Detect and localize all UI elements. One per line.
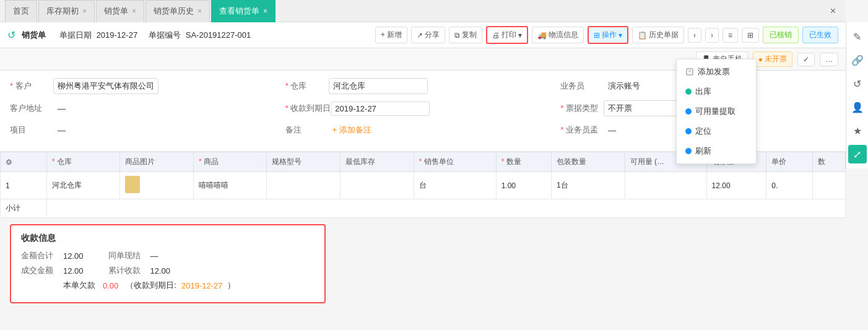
note-field: 备注 + 添加备注: [285, 123, 561, 137]
due-date-field: 收款到期日 2019-12-27: [285, 102, 561, 116]
tab-close-view[interactable]: ×: [263, 7, 267, 15]
sidebar-refresh-icon[interactable]: ↺: [848, 74, 867, 93]
history-icon: 📋: [638, 31, 647, 40]
total-amount-value: 12.00: [63, 251, 84, 261]
same-order-settle-field: 同单现结 —: [108, 250, 158, 261]
salesperson-label: 业务员: [560, 80, 604, 92]
cell-row-num: 1: [1, 172, 47, 199]
total-received-value: 12.00: [150, 266, 171, 276]
main-toolbar: ↺ 销货单 单据日期 2019-12-27 单据编号 SA-20191227-0…: [0, 22, 846, 48]
available-qty-item[interactable]: 可用量提取: [677, 102, 756, 121]
prev-button[interactable]: ‹: [688, 28, 701, 43]
sidebar-expand-icon[interactable]: ⤢: [848, 145, 867, 163]
operation-dropdown: 添加发票 出库 可用量提取 定位 刷新: [676, 59, 757, 164]
address-value: —: [53, 102, 152, 116]
same-order-settle-label: 同单现结: [108, 250, 145, 261]
customer-field: 客户 柳州粤港平安气体有限公司: [10, 78, 285, 94]
locate-dot: [685, 128, 692, 134]
due-date-value[interactable]: 2019-12-27: [331, 102, 430, 116]
doc-icon: ↺: [7, 29, 15, 41]
next-button[interactable]: ›: [705, 28, 719, 43]
deal-amount-field: 成交金额 12.00: [21, 265, 84, 276]
copy-button[interactable]: ⧉ 复制: [449, 27, 482, 43]
col-unit: 销售单位: [414, 152, 496, 172]
tab-view-sales[interactable]: 查看销货单 ×: [211, 0, 276, 22]
due-date-label: 收款到期日: [285, 103, 331, 114]
tab-bar: 首页 库存期初 × 销货单 × 销货单历史 × 查看销货单 × ×: [0, 0, 846, 22]
refresh-item[interactable]: 刷新: [677, 141, 756, 161]
new-button[interactable]: + 新增: [375, 27, 407, 43]
deal-amount-label: 成交金额: [21, 265, 58, 276]
tab-close-history[interactable]: ×: [197, 7, 202, 15]
list-view-button[interactable]: ≡: [723, 28, 738, 43]
history-button[interactable]: 📋 历史单据: [632, 27, 684, 43]
address-label: 客户地址: [10, 103, 53, 114]
table-row: 1 河北仓库 嘻嘻嘻嘻 台 1.00 1台 12.00 0.: [1, 172, 846, 199]
locate-item[interactable]: 定位: [677, 121, 756, 141]
confirm-button[interactable]: ✓: [797, 53, 815, 66]
sidebar-link-icon[interactable]: 🔗: [848, 51, 867, 69]
effective-badge: 已生效: [802, 27, 838, 43]
salesperson2-label: 业务员孟: [560, 124, 604, 136]
toolbar-actions: + 新增 ↗ 分享 ⧉ 复制 🖨 打印 ▾ 🚚 物流信息 ⊞ 操作 ▾: [375, 26, 838, 44]
grid-view-button[interactable]: ⊞: [742, 28, 759, 43]
cell-available: [625, 172, 706, 199]
payment-row-1: 金额合计 12.00 同单现结 —: [21, 250, 315, 261]
tab-close-inventory[interactable]: ×: [82, 7, 87, 15]
total-received-label: 累计收款: [108, 265, 145, 276]
payment-row-2: 成交金额 12.00 累计收款 12.00: [21, 265, 315, 276]
more-icon: …: [825, 55, 833, 64]
logistics-button[interactable]: 🚚 物流信息: [532, 27, 584, 43]
payment-row-3: 本单欠款 0.00 （收款到期日: 2019-12-27 ）: [21, 280, 315, 291]
outbound-item[interactable]: 出库: [677, 82, 756, 102]
total-amount-field: 金额合计 12.00: [21, 250, 84, 261]
cell-pack-qty: 1台: [552, 172, 625, 199]
warehouse-value[interactable]: 河北仓库: [329, 78, 428, 94]
window-close-button[interactable]: ×: [825, 6, 841, 17]
payment-title: 收款信息: [21, 233, 315, 244]
operation-button[interactable]: ⊞ 操作 ▾: [588, 26, 628, 44]
cell-warehouse: 河北仓库: [46, 172, 120, 199]
product-thumbnail: [125, 176, 140, 193]
customer-value[interactable]: 柳州粤港平安气体有限公司: [53, 78, 158, 94]
payment-info-box: 收款信息 金额合计 12.00 同单现结 — 成交金额 12.00 累计收款 1…: [10, 224, 326, 303]
verified-badge: 已核销: [763, 27, 799, 43]
right-sidebar: ✎ 🔗 ↺ 👤 ★ ⤢: [846, 22, 868, 168]
bill-type-label: 票据类型: [560, 103, 604, 114]
print-dropdown-arrow: ▾: [518, 31, 522, 40]
more-button[interactable]: …: [820, 53, 838, 66]
balance-label2: 本单欠款: [63, 280, 95, 291]
sidebar-star-icon[interactable]: ★: [848, 121, 867, 140]
circle-icon: ●: [758, 55, 763, 64]
col-more: 数: [813, 152, 846, 172]
add-invoice-item[interactable]: 添加发票: [677, 62, 756, 82]
uninvoiced-button[interactable]: ● 未开票: [753, 51, 792, 67]
tab-sales-history[interactable]: 销货单历史 ×: [145, 0, 210, 22]
print-button[interactable]: 🖨 打印 ▾: [486, 26, 528, 44]
note-add[interactable]: + 添加备注: [329, 123, 428, 137]
invoice-icon: [685, 67, 694, 76]
cell-more: [813, 172, 846, 199]
warehouse-label: 仓库: [285, 80, 329, 92]
sidebar-edit-icon[interactable]: ✎: [848, 27, 867, 46]
sidebar-user-icon[interactable]: 👤: [848, 98, 867, 116]
outbound-dot: [685, 89, 692, 95]
balance-note: （收款到期日:: [126, 280, 176, 291]
refresh-dot: [685, 148, 692, 154]
num-label: 单据编号 SA-20191227-001: [146, 30, 251, 41]
same-order-settle-value: —: [150, 251, 158, 261]
share-button[interactable]: ↗ 分享: [411, 27, 445, 43]
col-image: 商品图片: [120, 152, 194, 172]
col-spec: 规格型号: [267, 152, 341, 172]
total-amount-label: 金额合计: [21, 250, 58, 261]
copy-icon: ⧉: [454, 31, 460, 40]
cell-image: [120, 172, 194, 199]
subtotal-cells: [46, 199, 845, 218]
project-label: 项目: [10, 124, 53, 136]
tab-sales-order[interactable]: 销货单 ×: [96, 0, 144, 22]
tab-close-sales[interactable]: ×: [132, 7, 136, 15]
settings-icon: ⚙: [6, 158, 12, 167]
tab-home[interactable]: 首页: [5, 0, 37, 22]
address-field: 客户地址 —: [10, 102, 285, 116]
tab-inventory-init[interactable]: 库存期初 ×: [38, 0, 95, 22]
